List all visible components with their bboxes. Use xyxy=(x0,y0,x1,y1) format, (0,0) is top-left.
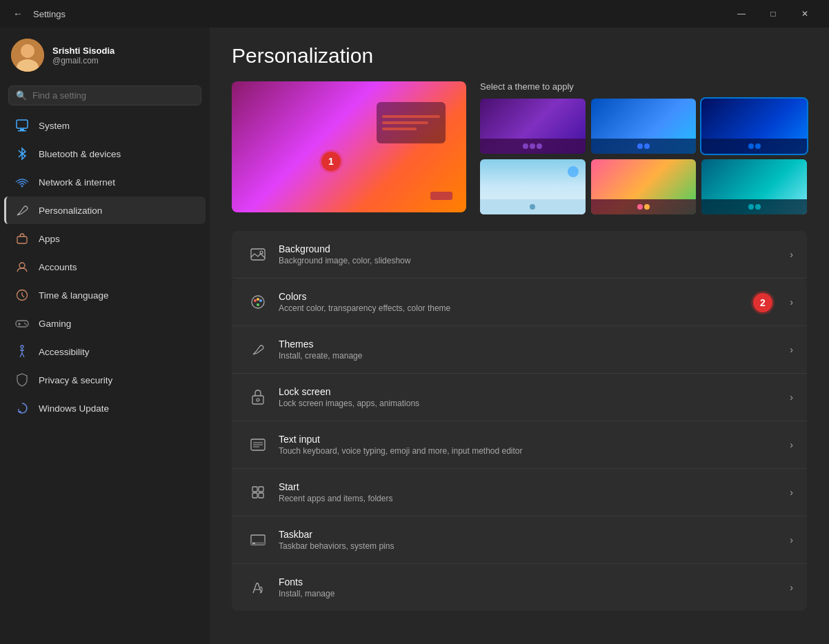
user-name: Srishti Sisodia xyxy=(52,46,114,56)
theme-grid-section: Select a theme to apply xyxy=(480,81,807,214)
start-desc: Recent apps and items, folders xyxy=(279,494,790,503)
user-info: Srishti Sisodia @gmail.com xyxy=(52,46,114,66)
sidebar-item-label-gaming: Gaming xyxy=(39,319,71,329)
background-desc: Background image, color, slideshow xyxy=(279,256,790,265)
theme-thumb-3[interactable] xyxy=(701,99,807,154)
theme-thumb-4[interactable] xyxy=(480,159,586,214)
svg-point-19 xyxy=(260,251,263,254)
colors-desc: Accent color, transparency effects, colo… xyxy=(279,303,790,313)
settings-item-lock-screen[interactable]: Lock screen Lock screen images, apps, an… xyxy=(232,374,807,421)
sidebar-item-bluetooth[interactable]: Bluetooth & devices xyxy=(4,140,206,168)
colors-chevron: › xyxy=(790,296,793,308)
bluetooth-icon xyxy=(15,147,29,161)
svg-rect-33 xyxy=(252,493,257,498)
settings-item-taskbar[interactable]: Taskbar Taskbar behaviors, system pins › xyxy=(232,516,807,564)
start-title: Start xyxy=(279,481,790,492)
taskbar-title: Taskbar xyxy=(279,529,790,540)
page-title: Personalization xyxy=(232,44,807,68)
svg-rect-37 xyxy=(252,543,255,544)
apps-icon xyxy=(15,232,29,245)
settings-item-fonts[interactable]: Fonts Install, manage › xyxy=(232,564,807,611)
sidebar-item-time[interactable]: Time & language xyxy=(4,281,206,309)
taskbar-chevron: › xyxy=(790,534,793,545)
sidebar-item-personalization[interactable]: Personalization xyxy=(4,197,206,224)
svg-point-15 xyxy=(24,323,26,324)
sidebar-item-label-network: Network & internet xyxy=(39,177,115,188)
user-section[interactable]: Srishti Sisodia @gmail.com xyxy=(0,28,210,83)
svg-point-16 xyxy=(26,324,27,325)
main-layout: Srishti Sisodia @gmail.com 🔍 System xyxy=(0,28,829,644)
themes-text: Themes Install, create, manage xyxy=(279,339,790,361)
content-area: Personalization 1 Sele xyxy=(210,28,829,644)
settings-item-themes[interactable]: Themes Install, create, manage › xyxy=(232,326,807,374)
theme-section: 1 Select a theme to apply xyxy=(232,81,807,214)
theme-thumb-6[interactable] xyxy=(701,159,807,214)
svg-rect-18 xyxy=(251,249,265,260)
sidebar-item-windows-update[interactable]: Windows Update xyxy=(4,394,206,422)
window-controls: — □ ✕ xyxy=(726,3,821,25)
sidebar-item-accessibility[interactable]: Accessibility xyxy=(4,338,206,365)
search-icon: 🔍 xyxy=(16,90,27,101)
background-title: Background xyxy=(279,243,790,254)
theme-thumb-2[interactable] xyxy=(591,99,697,154)
theme-thumb-5[interactable] xyxy=(591,159,697,214)
start-chevron: › xyxy=(790,487,793,498)
fonts-chevron: › xyxy=(790,582,793,593)
avatar xyxy=(11,39,44,72)
settings-item-background[interactable]: Background Background image, color, slid… xyxy=(232,231,807,279)
taskbar-text: Taskbar Taskbar behaviors, system pins xyxy=(279,529,790,551)
svg-rect-34 xyxy=(259,493,263,498)
sidebar-item-apps[interactable]: Apps xyxy=(4,225,206,252)
sidebar-item-label-windows-update: Windows Update xyxy=(39,403,109,414)
svg-point-26 xyxy=(257,399,259,401)
maximize-button[interactable]: □ xyxy=(757,3,789,25)
sidebar-item-gaming[interactable]: Gaming xyxy=(4,310,206,337)
gaming-icon xyxy=(15,316,29,330)
colors-title: Colors xyxy=(279,291,790,302)
taskbar-icon xyxy=(246,527,270,552)
sidebar-item-accounts[interactable]: Accounts xyxy=(4,253,206,281)
colors-text: Colors Accent color, transparency effect… xyxy=(279,291,790,313)
theme-grid-label: Select a theme to apply xyxy=(480,81,807,92)
lock-screen-icon xyxy=(246,385,270,410)
network-icon xyxy=(15,175,29,189)
svg-rect-5 xyxy=(20,129,24,130)
user-email: @gmail.com xyxy=(52,56,114,66)
fonts-desc: Install, manage xyxy=(279,589,790,598)
annotation-1-area: 1 xyxy=(321,152,341,171)
text-input-desc: Touch keyboard, voice typing, emoji and … xyxy=(279,446,790,456)
settings-item-text-input[interactable]: Text input Touch keyboard, voice typing,… xyxy=(232,421,807,469)
colors-row-wrapper: Colors Accent color, transparency effect… xyxy=(232,279,807,326)
sidebar-item-label-system: System xyxy=(39,121,70,131)
accounts-icon xyxy=(15,260,29,274)
search-input[interactable] xyxy=(32,90,194,101)
theme-thumb-1[interactable] xyxy=(480,99,586,154)
close-button[interactable]: ✕ xyxy=(789,3,821,25)
background-text: Background Background image, color, slid… xyxy=(279,243,790,265)
sidebar-item-system[interactable]: System xyxy=(4,112,206,139)
colors-icon xyxy=(246,290,270,314)
themes-title: Themes xyxy=(279,339,790,350)
search-box[interactable]: 🔍 xyxy=(8,85,201,105)
settings-item-start[interactable]: Start Recent apps and items, folders › xyxy=(232,469,807,516)
fonts-title: Fonts xyxy=(279,576,790,587)
theme-grid xyxy=(480,99,807,214)
sidebar-item-label-bluetooth: Bluetooth & devices xyxy=(39,149,121,159)
settings-item-colors[interactable]: Colors Accent color, transparency effect… xyxy=(232,279,807,326)
sidebar-item-network[interactable]: Network & internet xyxy=(4,168,206,196)
sidebar: Srishti Sisodia @gmail.com 🔍 System xyxy=(0,28,210,644)
app-title: Settings xyxy=(33,9,66,19)
themes-chevron: › xyxy=(790,344,793,355)
text-input-title: Text input xyxy=(279,434,790,445)
back-button[interactable]: ← xyxy=(8,4,28,23)
windows-update-icon xyxy=(15,401,29,415)
text-input-text: Text input Touch keyboard, voice typing,… xyxy=(279,434,790,456)
svg-point-17 xyxy=(21,345,23,348)
minimize-button[interactable]: — xyxy=(726,3,757,25)
titlebar: ← Settings — □ ✕ xyxy=(0,0,829,28)
sidebar-item-label-time: Time & language xyxy=(39,290,109,301)
theme-preview: 1 xyxy=(232,81,466,212)
taskbar-desc: Taskbar behaviors, system pins xyxy=(279,541,790,551)
sidebar-item-privacy[interactable]: Privacy & security xyxy=(4,366,206,394)
fonts-icon xyxy=(246,575,270,600)
